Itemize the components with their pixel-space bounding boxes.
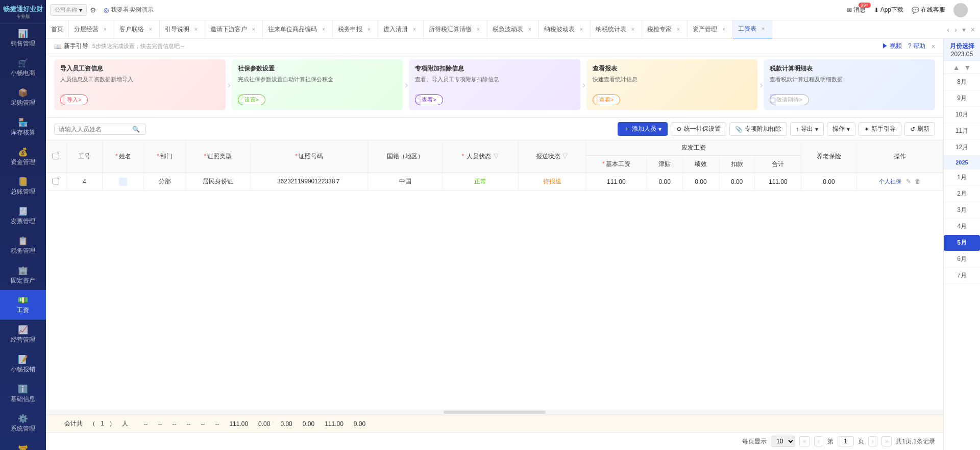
page-number-input[interactable] bbox=[838, 436, 854, 446]
th-status-label: 人员状态 bbox=[467, 153, 491, 160]
tab-income-tax[interactable]: 所得税汇算清缴 × bbox=[424, 20, 487, 39]
export-btn[interactable]: ↑ 导出 ▾ bbox=[790, 122, 824, 136]
select-all-checkbox[interactable] bbox=[53, 153, 59, 159]
close-icon[interactable]: × bbox=[760, 26, 767, 33]
guide-close-btn[interactable]: × bbox=[932, 43, 935, 50]
tab-asset[interactable]: 资产管理 × bbox=[688, 20, 733, 39]
tab-close-all-btn[interactable]: × bbox=[969, 25, 977, 35]
month-7[interactable]: 7月 bbox=[944, 268, 980, 284]
month-5[interactable]: 5月 bbox=[944, 235, 980, 251]
per-page-select[interactable]: 10 20 50 bbox=[771, 436, 795, 447]
tab-tax-change[interactable]: 纳税波动表 × bbox=[539, 20, 591, 39]
month-down-btn[interactable]: ▼ bbox=[963, 63, 972, 72]
tab-checkin[interactable]: 进入清册 × bbox=[378, 20, 424, 39]
tab-customer[interactable]: 客户联络 × bbox=[114, 20, 160, 39]
close-icon[interactable]: × bbox=[526, 26, 533, 33]
month-2[interactable]: 2月 bbox=[944, 186, 980, 202]
month-up-btn[interactable]: ▲ bbox=[952, 63, 961, 72]
add-person-btn[interactable]: ＋ 添加人员 ▾ bbox=[618, 122, 668, 136]
step3-title: 专项附加扣除信息 bbox=[415, 64, 574, 73]
sidebar-item-system[interactable]: ⚙️ 系统管理 bbox=[0, 409, 46, 438]
filter-icon[interactable]: ▽ bbox=[493, 153, 499, 160]
tab-next-btn[interactable]: › bbox=[952, 25, 959, 35]
company-selector[interactable]: 公司名称 ▾ bbox=[50, 4, 87, 16]
search-input[interactable] bbox=[59, 126, 130, 133]
action-btn[interactable]: 操作 ▾ bbox=[827, 122, 855, 136]
tab-tier[interactable]: 分层经营 × bbox=[69, 20, 114, 39]
prev-page-btn[interactable]: ‹ bbox=[814, 436, 823, 446]
month-8[interactable]: 8月 bbox=[944, 74, 980, 90]
edit-icon[interactable]: ✎ bbox=[906, 178, 911, 185]
filter-send-icon[interactable]: ▽ bbox=[562, 153, 568, 160]
guide-video-btn[interactable]: ▶ 视频 bbox=[882, 42, 902, 51]
refresh-btn[interactable]: ↺ 刷新 bbox=[904, 122, 935, 136]
tab-prev-btn[interactable]: ‹ bbox=[945, 25, 951, 35]
personal-social-link[interactable]: 个人社保 bbox=[879, 178, 901, 184]
first-page-btn[interactable]: « bbox=[799, 436, 810, 446]
month-1[interactable]: 1月 bbox=[944, 170, 980, 186]
tab-guide[interactable]: 引导说明 × bbox=[160, 20, 205, 39]
month-12[interactable]: 12月 bbox=[944, 139, 980, 156]
sidebar-item-ecommerce[interactable]: 🛒 小畅电商 bbox=[0, 53, 46, 83]
tab-tax-report[interactable]: 税务申报 × bbox=[333, 20, 378, 39]
close-icon[interactable]: × bbox=[320, 26, 327, 33]
special-deduction-btn[interactable]: 📎 专项附加扣除 bbox=[729, 122, 787, 136]
close-icon[interactable]: × bbox=[475, 26, 482, 33]
sidebar-item-invoice[interactable]: 🧾 发票管理 bbox=[0, 201, 46, 231]
step3-desc: 查看、导入员工专项附加扣除信息 bbox=[415, 75, 574, 90]
sidebar-item-inventory[interactable]: 🏪 库存核算 bbox=[0, 112, 46, 142]
delete-icon[interactable]: 🗑 bbox=[915, 178, 921, 185]
sidebar-item-basic[interactable]: ℹ️ 基础信息 bbox=[0, 379, 46, 409]
message-btn[interactable]: ✉ 消息 99+ bbox=[847, 6, 866, 14]
online-service-btn[interactable]: 💬 在线客服 bbox=[912, 6, 945, 14]
next-page-btn[interactable]: › bbox=[868, 436, 877, 446]
month-3[interactable]: 3月 bbox=[944, 202, 980, 219]
close-icon[interactable]: × bbox=[720, 26, 727, 33]
month-4[interactable]: 4月 bbox=[944, 219, 980, 235]
close-icon[interactable]: × bbox=[629, 26, 636, 33]
last-page-btn[interactable]: » bbox=[881, 436, 892, 446]
tab-product-code[interactable]: 往来单位商品编码 × bbox=[263, 20, 333, 39]
avatar[interactable] bbox=[953, 3, 968, 17]
close-icon[interactable]: × bbox=[102, 26, 109, 33]
tab-invite[interactable]: 邀请下游客户 × bbox=[205, 20, 263, 39]
step-5-card: 税款计算明细表 查看税款计算过程及明细数据 敬请期待> 5 bbox=[764, 59, 935, 110]
month-9[interactable]: 9月 bbox=[944, 90, 980, 107]
tab-tax-expert[interactable]: 税检专家 × bbox=[642, 20, 688, 39]
social-settings-btn[interactable]: ⚙ 统一社保设置 bbox=[671, 122, 726, 136]
sidebar-item-purchase[interactable]: 📦 采购管理 bbox=[0, 83, 46, 112]
close-icon[interactable]: × bbox=[675, 26, 682, 33]
search-icon[interactable]: 🔍 bbox=[132, 126, 140, 133]
month-11[interactable]: 11月 bbox=[944, 123, 980, 139]
tab-payroll[interactable]: 工资表 × bbox=[733, 20, 772, 39]
close-icon[interactable]: × bbox=[411, 26, 418, 33]
demo-link[interactable]: ◎ 我要看实例演示 bbox=[104, 6, 154, 14]
close-icon[interactable]: × bbox=[147, 26, 154, 33]
close-icon[interactable]: × bbox=[250, 26, 257, 33]
tab-home[interactable]: 首页 bbox=[46, 20, 69, 39]
sidebar-item-tax[interactable]: 📋 税务管理 bbox=[0, 231, 46, 260]
tab-tax-burden[interactable]: 税负波动表 × bbox=[487, 20, 539, 39]
sidebar-item-sales[interactable]: 📊 销售管理 bbox=[0, 23, 46, 53]
sidebar-item-assets[interactable]: 🏢 固定资产 bbox=[0, 260, 46, 290]
row-checkbox[interactable] bbox=[53, 178, 59, 184]
month-6[interactable]: 6月 bbox=[944, 251, 980, 268]
sidebar-item-payroll[interactable]: 💵 工资 bbox=[0, 290, 46, 320]
app-download-btn[interactable]: ⬇ App下载 bbox=[874, 6, 903, 14]
tab-tax-stats[interactable]: 纳税统计表 × bbox=[591, 20, 642, 39]
sidebar-item-ledger[interactable]: 📒 总账管理 bbox=[0, 172, 46, 201]
tab-more-btn[interactable]: ▾ bbox=[960, 25, 968, 35]
settings-icon[interactable]: ⚙ bbox=[90, 6, 96, 14]
guide-help-btn[interactable]: ? 帮助 bbox=[908, 42, 925, 51]
close-icon[interactable]: × bbox=[192, 26, 200, 33]
scroll-thumb[interactable] bbox=[444, 411, 546, 414]
close-icon[interactable]: × bbox=[365, 26, 373, 33]
newbie-guide-btn[interactable]: ✦ 新手引导 bbox=[859, 122, 901, 136]
horizontal-scrollbar[interactable] bbox=[46, 410, 943, 415]
sidebar-item-collab[interactable]: 🤝 企业协同 bbox=[0, 438, 46, 450]
close-icon[interactable]: × bbox=[578, 26, 585, 33]
sidebar-item-ops[interactable]: 📈 经营管理 bbox=[0, 320, 46, 349]
sidebar-item-expense[interactable]: 📝 小畅报销 bbox=[0, 349, 46, 379]
sidebar-item-finance[interactable]: 💰 资金管理 bbox=[0, 142, 46, 172]
month-10[interactable]: 10月 bbox=[944, 107, 980, 123]
